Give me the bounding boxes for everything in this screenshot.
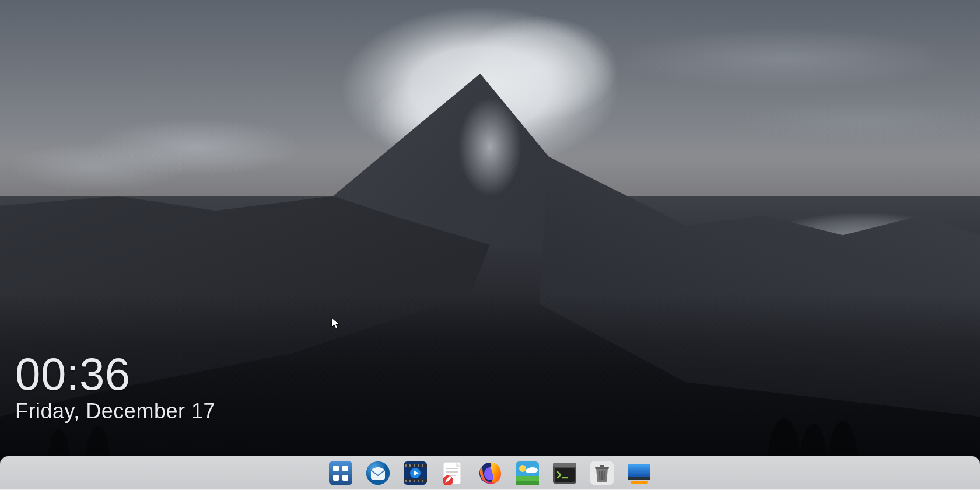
desktop-wallpaper[interactable]: 00:36 Friday, December 17 — [0, 0, 980, 490]
document-edit-icon — [440, 461, 465, 485]
svg-rect-36 — [555, 468, 575, 482]
desktop-clock-widget: 00:36 Friday, December 17 — [15, 351, 215, 424]
firefox-icon — [478, 461, 502, 485]
svg-rect-4 — [333, 475, 339, 481]
firefox-button[interactable] — [478, 461, 502, 485]
weather-icon — [515, 461, 540, 485]
svg-line-43 — [604, 471, 605, 480]
svg-point-31 — [519, 465, 526, 472]
grid-apps-icon — [328, 461, 353, 485]
svg-rect-17 — [410, 480, 411, 482]
svg-rect-1 — [329, 461, 352, 485]
text-editor-button[interactable] — [440, 461, 465, 485]
desktop-monitor-icon — [627, 461, 652, 485]
clock-date: Friday, December 17 — [15, 399, 215, 424]
thunderbird-button[interactable] — [366, 461, 390, 485]
svg-rect-18 — [414, 480, 415, 482]
svg-rect-20 — [422, 480, 424, 482]
svg-rect-19 — [418, 480, 419, 482]
svg-rect-14 — [418, 464, 419, 467]
taskbar — [0, 456, 980, 490]
app-launcher-button[interactable] — [328, 461, 353, 485]
svg-rect-5 — [342, 475, 348, 481]
svg-line-41 — [600, 471, 600, 480]
media-player-button[interactable] — [403, 461, 428, 485]
trash-button[interactable] — [590, 461, 614, 485]
terminal-icon — [552, 461, 577, 485]
thunderbird-icon — [366, 461, 390, 485]
svg-rect-46 — [628, 477, 650, 480]
trash-icon — [590, 461, 614, 485]
svg-rect-2 — [333, 466, 339, 471]
svg-rect-15 — [422, 464, 424, 467]
svg-rect-16 — [405, 480, 407, 482]
svg-rect-40 — [600, 465, 604, 467]
weather-button[interactable] — [515, 461, 540, 485]
svg-rect-11 — [405, 464, 407, 467]
svg-rect-13 — [414, 464, 415, 467]
svg-rect-3 — [342, 466, 348, 471]
svg-rect-35 — [553, 463, 576, 467]
svg-rect-47 — [631, 481, 648, 484]
clock-time: 00:36 — [15, 351, 215, 397]
file-manager-button[interactable] — [627, 461, 652, 485]
svg-rect-12 — [410, 464, 411, 467]
media-player-icon — [403, 461, 428, 485]
terminal-button[interactable] — [552, 461, 577, 485]
svg-point-33 — [526, 468, 533, 473]
